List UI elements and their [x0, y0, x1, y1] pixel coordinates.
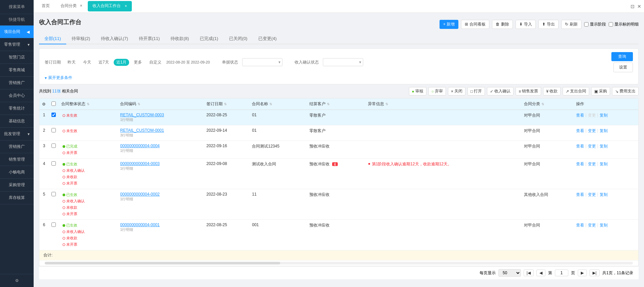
change-btn[interactable]: 变更: [588, 222, 596, 228]
copy-btn[interactable]: 复制: [600, 222, 608, 228]
contract-code-link[interactable]: RETAIL_CUSTOM-0001: [120, 128, 164, 133]
sidebar-item-smart-store[interactable]: 智慧门店: [0, 51, 34, 64]
first-page-btn[interactable]: |◀: [524, 270, 534, 276]
filter-tab-all[interactable]: 全部(11): [39, 34, 66, 44]
filter-tab-pending-payment[interactable]: 待收款(8): [165, 34, 194, 44]
change-btn[interactable]: 变更: [588, 192, 596, 198]
payment-btn[interactable]: ¥ 收款: [543, 87, 561, 95]
show-details-checkbox[interactable]: [609, 22, 613, 27]
filter-tab-closed[interactable]: 已关闭(0): [224, 34, 253, 44]
expand-conditions-btn[interactable]: ▾ 展开更多条件: [45, 75, 72, 81]
change-btn[interactable]: 变更: [588, 161, 596, 167]
export-button[interactable]: ⬆ 导出: [538, 20, 559, 29]
sidebar-item-retail-mgmt[interactable]: 零售管理 ▾: [0, 38, 34, 51]
purchase-btn[interactable]: ▣ 采购: [591, 87, 610, 95]
sidebar-item-wholesale[interactable]: 批发管理 ▾: [0, 128, 34, 140]
sidebar-settings[interactable]: ⚙: [0, 274, 34, 287]
td-checkbox[interactable]: [49, 189, 59, 220]
sidebar-item-retail-stats[interactable]: 零售统计: [0, 102, 34, 115]
td-checkbox[interactable]: [49, 110, 59, 125]
show-fields-toggle[interactable]: 显示阶段: [584, 22, 606, 27]
show-fields-checkbox[interactable]: [584, 22, 589, 27]
view-btn[interactable]: 查看: [576, 144, 584, 149]
td-checkbox[interactable]: [49, 141, 59, 159]
prev-page-btn[interactable]: ◀: [536, 270, 545, 276]
tab-close-income-contract[interactable]: ×: [125, 4, 127, 8]
sidebar-item-purchase[interactable]: 采购管理: [0, 179, 34, 192]
filter-tab-pending-confirm[interactable]: 待收入确认(7): [96, 34, 134, 44]
view-btn[interactable]: 查看: [576, 128, 584, 134]
income-confirm-select[interactable]: [323, 58, 363, 66]
kanban-button[interactable]: ⊞ 合同看板: [461, 20, 489, 29]
sidebar-item-retail-mall[interactable]: 零售商城: [0, 64, 34, 77]
tab-close-contract-category[interactable]: ×: [80, 3, 82, 8]
sidebar-item-sales[interactable]: 销售管理: [0, 153, 34, 166]
income-confirm-btn[interactable]: ✓ 收入确认: [487, 87, 514, 95]
th-settings[interactable]: ⚙: [39, 98, 49, 110]
sidebar-nav[interactable]: 快捷导航: [0, 14, 34, 26]
filter-tab-pending-invoice[interactable]: 待开票(11): [134, 34, 165, 44]
copy-btn[interactable]: 复制: [600, 113, 608, 118]
change-btn[interactable]: 变更: [588, 128, 596, 134]
th-checkbox[interactable]: [49, 98, 59, 110]
select-all-checkbox[interactable]: [51, 101, 56, 106]
td-checkbox[interactable]: [49, 125, 59, 141]
query-button[interactable]: 查询: [611, 52, 633, 61]
row-checkbox[interactable]: [51, 192, 56, 196]
view-btn[interactable]: 查看: [576, 113, 584, 118]
filter-tab-pending-review[interactable]: 待审核(2): [66, 34, 96, 44]
copy-btn[interactable]: 复制: [600, 128, 608, 134]
date-opt-more[interactable]: 更多: [131, 59, 145, 66]
review-btn[interactable]: ● 审核: [409, 87, 426, 95]
sidebar-item-basic-info[interactable]: 基础信息: [0, 115, 34, 128]
abandon-btn[interactable]: ○ 弃审: [428, 87, 446, 95]
copy-btn[interactable]: 复制: [600, 161, 608, 167]
contract-code-link[interactable]: RETAIL_CUSTOM-0003: [120, 113, 164, 117]
delete-button[interactable]: 🗑 删除: [492, 20, 513, 29]
window-restore-icon[interactable]: ⊡: [631, 4, 635, 9]
sidebar-item-stock[interactable]: 库存核算: [0, 192, 34, 204]
row-checkbox[interactable]: [51, 222, 56, 227]
row-checkbox[interactable]: [51, 128, 56, 132]
window-close-icon[interactable]: ✕: [637, 4, 641, 9]
close-btn[interactable]: × 关闭: [448, 87, 465, 95]
row-checkbox[interactable]: [51, 144, 56, 148]
import-button[interactable]: ⬇ 导入: [516, 20, 536, 29]
view-btn[interactable]: 查看: [576, 161, 584, 167]
copy-btn[interactable]: 复制: [600, 144, 608, 149]
tab-home[interactable]: 首页: [36, 0, 55, 12]
copy-btn[interactable]: 复制: [600, 192, 608, 198]
filter-tab-changed[interactable]: 已变更(4): [253, 34, 282, 44]
contract-code-link[interactable]: 0000000000004-0003: [120, 161, 159, 166]
filter-tab-completed[interactable]: 已完成(1): [194, 34, 224, 44]
horizontal-scrollbar[interactable]: [45, 262, 633, 264]
sidebar-search[interactable]: 搜索菜单: [0, 0, 34, 14]
settings-button[interactable]: 设置: [613, 63, 633, 72]
date-opt-last1month[interactable]: 近1月: [114, 59, 129, 66]
row-checkbox[interactable]: [51, 113, 56, 117]
open-btn[interactable]: □ 打开: [467, 87, 485, 95]
view-btn[interactable]: 查看: [576, 192, 584, 198]
contract-code-link[interactable]: 0000000000004-0004: [120, 144, 159, 148]
sidebar-item-project[interactable]: 项目合同 ◀: [0, 26, 34, 38]
date-opt-custom[interactable]: 自定义: [147, 59, 164, 66]
date-opt-last7[interactable]: 近7天: [96, 59, 112, 66]
sales-invoice-btn[interactable]: ≡ 销售发票: [516, 87, 541, 95]
sidebar-item-member[interactable]: 会员中心: [0, 89, 34, 102]
refresh-button[interactable]: ↻ 刷新: [561, 20, 581, 29]
doc-status-select[interactable]: [242, 58, 282, 66]
page-number-input[interactable]: [555, 270, 568, 276]
out-contract-btn[interactable]: ↗ 支出合同: [563, 87, 589, 95]
last-page-btn[interactable]: ▶|: [590, 270, 600, 276]
date-opt-today[interactable]: 今天: [80, 59, 94, 66]
per-page-select[interactable]: 50 10 20 100: [498, 269, 521, 277]
sidebar-item-marketing[interactable]: 营销推广: [0, 77, 34, 89]
add-button[interactable]: + 新增: [440, 20, 458, 29]
tab-contract-category[interactable]: 合同分类 ×: [55, 0, 88, 12]
date-opt-yesterday[interactable]: 昨天: [65, 59, 78, 66]
expense-btn[interactable]: ↘ 费用支出: [612, 87, 639, 95]
next-page-btn[interactable]: ▶: [578, 270, 587, 276]
td-checkbox[interactable]: [49, 159, 59, 189]
sidebar-item-ecommerce[interactable]: 小畅电商: [0, 166, 34, 179]
td-checkbox[interactable]: [49, 220, 59, 250]
